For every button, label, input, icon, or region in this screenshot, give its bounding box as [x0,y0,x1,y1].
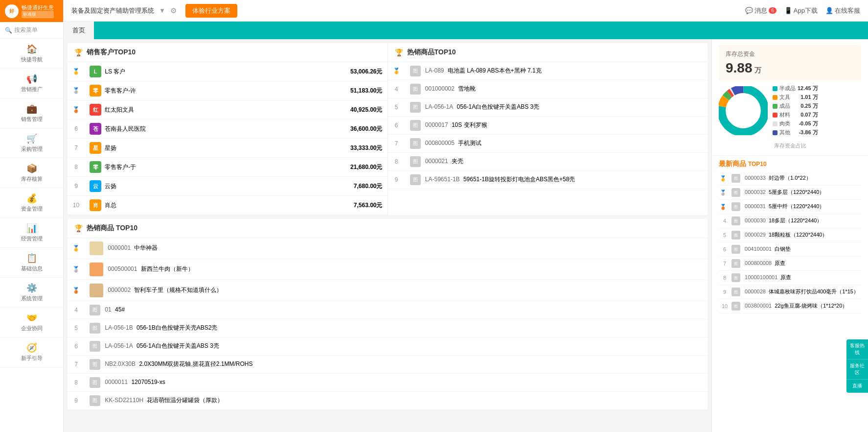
sidebar-item-0[interactable]: 🏠快捷导航 [0,39,63,69]
rank-num: 6 [719,242,731,257]
sidebar-item-3[interactable]: 🛒采购管理 [0,128,63,158]
float-service-btn2[interactable]: 服务社区 [846,360,868,380]
search-menu[interactable]: 🔍 搜索菜单 [0,22,63,39]
topbar: 装备及固定资产辅助管理系统 ▼ ⚙ 体验行业方案 💬 消息 6 📱 App下载 … [64,0,868,22]
newest-product-info: 图 004100001 白钢垫 [731,242,861,257]
app-badge: 标准版 [22,11,54,18]
table-row: 7 图 000800008 原查 [719,257,861,271]
float-service-btn3[interactable]: 直播 [846,380,868,393]
product-icon: 图 [410,120,421,131]
sidebar-item-1[interactable]: 📢营销推广 [0,69,63,98]
rank-medal: 🥇 [68,62,85,81]
newest-product-info: 图 0000030 18多层（1220*2440） [731,214,861,228]
newest-product-code: 004100001 [745,246,772,252]
sidebar-item-6[interactable]: 📊经营管理 [0,218,63,248]
table-row: 7 图 NB2.0X30B 2.0X30MM双搓花轴,搓花直径2.1MM/ROH… [68,356,708,374]
top-products-right-label: 热销商品TOP10 [407,48,456,57]
sidebar-icon-7: 📋 [26,253,37,264]
legend-dot [773,121,777,126]
newest-product-icon: 图 [731,188,740,197]
sidebar-item-5[interactable]: 💰资金管理 [0,188,63,218]
newest-product-name: 5厘中纤（1220*2440） [769,203,824,209]
product-icon: 图 [410,66,421,76]
newest-product-icon: 图 [731,302,740,311]
newest-product-icon: 图 [731,288,740,296]
sidebar-label-2: 销售管理 [21,116,43,123]
product-info: 图 0000017 10S 变利罗猴 [405,117,708,135]
product-thumbnail [90,263,103,276]
table-row: 8 图 10000100001 原查 [719,271,861,285]
content-left: 🏆 销售客户TOP10 🥇 L LS 客户 53,006.26元🥈 零 零售客户… [64,39,711,432]
sidebar-item-8[interactable]: ⚙️系统管理 [0,278,63,308]
customer-avatar: 零 [90,161,101,173]
sidebar-icon-1: 📢 [26,73,37,84]
customer-name: 云 云扬 [85,177,270,196]
experience-btn[interactable]: 体验行业方案 [185,4,237,18]
message-label: 消息 [754,6,767,15]
table-row: 4 图 01 45# [68,301,708,319]
trophy2-icon: 🏆 [395,48,403,56]
product-code: 01 [105,306,111,313]
table-row: 6 苍 苍南县人民医院 36,600.00元 [68,120,388,139]
sidebar-label-4: 库存核算 [21,175,43,183]
tab-home[interactable]: 首页 [64,22,94,39]
rank-medal: 🥇 [68,238,85,259]
rank-num: 6 [68,120,85,139]
app-download-btn[interactable]: 📱 App下载 [784,6,818,15]
trophy-icon: 🏆 [74,48,83,56]
table-row: 🥈 000500001 新西兰牛肉（新牛） [68,259,708,280]
rank-num: 4 [68,301,85,319]
sidebar-icon-6: 📊 [26,223,37,234]
sidebar-item-2[interactable]: 💼销售管理 [0,98,63,128]
customer-name: 红 红太阳文具 [85,100,270,120]
product-code: 0000001 [108,244,131,251]
product-code: 0000002 [108,287,131,293]
newest-product-info: 图 0000033 封边带（1.0*22） [731,171,861,186]
customer-name: 零 零售客户-许 [85,81,270,100]
newest-product-name: 原查 [780,274,791,280]
newest-product-icon: 图 [731,174,740,183]
rank-num: 7 [388,135,405,153]
product-code: 0000017 [425,121,448,128]
content-area: 🏆 销售客户TOP10 🥇 L LS 客户 53,006.26元🥈 零 零售客户… [64,39,868,432]
app-download-label: App下载 [794,6,818,15]
legend-name: 其他 [779,129,797,136]
product-icon: 图 [90,395,100,406]
sidebar-icon-0: 🏠 [26,44,37,54]
settings-gear-icon[interactable]: ⚙ [170,6,177,15]
newest-product-icon: 图 [731,216,740,225]
dropdown-arrow-icon[interactable]: ▼ [159,7,165,14]
sidebar-item-7[interactable]: 📋基础信息 [0,248,63,278]
table-row: 10 图 003800001 22g鱼豆腐-烧烤味（1*12*20） [719,299,861,313]
rank-num: 9 [68,177,85,196]
online-service-btn[interactable]: 👤 在线客服 [825,6,860,15]
legend-item: 成品 0.25 万 [773,102,818,110]
table-row: 8 零 零售客户-于 21,680.00元 [68,158,388,177]
sidebar-item-4[interactable]: 📦库存核算 [0,158,63,188]
sidebar-item-10[interactable]: 🧭新手引导 [0,337,63,367]
sidebar-label-0: 快捷导航 [21,56,43,63]
rank-num: 8 [68,374,85,392]
nav-tabs: 首页 [64,22,868,39]
hot-trophy-icon: 🏆 [74,224,83,232]
sidebar-item-9[interactable]: 🤝企业协同 [0,308,63,337]
product-info: 图 LA-056-1A 056-1A白色按键开关盖ABS 3壳 [85,337,708,356]
legend-dot [773,113,777,118]
rank-num: 4 [719,214,731,228]
hot-products-table: 🥇 0000001 中华神器 🥈 000500001 新西兰牛肉（新牛） 🥉 0… [68,238,708,410]
product-info: 图 0000011 12070519-xs [85,374,708,392]
float-service-btn1[interactable]: 客服热线 [846,339,868,360]
customer-avatar: 苍 [90,123,101,135]
table-row: 5 图 0000029 18颗粒板（1220*2440） [719,228,861,242]
table-row: 9 图 LA-59651-1B 59651-1B旋转投影灯电池盒ABS黑色+58… [388,171,708,189]
product-icon: 图 [90,341,100,352]
sidebar-icon-9: 🤝 [26,312,37,323]
tab-home-label: 首页 [72,26,85,35]
message-btn[interactable]: 💬 消息 6 [745,6,777,15]
rank-num: 7 [68,139,85,158]
stock-unit: 万 [754,66,761,75]
newest-product-name: 白钢垫 [775,246,791,252]
legend-value: 0.07 万 [800,111,818,119]
table-row: 🥉 红 红太阳文具 40,925.00元 [68,100,388,120]
message-badge: 6 [769,7,777,14]
